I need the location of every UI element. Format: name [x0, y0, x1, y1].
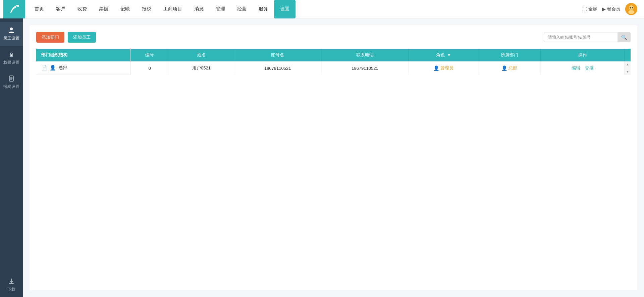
- dept-badge: 👤 总部: [501, 65, 517, 71]
- cell-role: 👤 管理员: [409, 61, 478, 75]
- svg-point-6: [10, 28, 13, 30]
- nav-fee[interactable]: 收费: [71, 0, 93, 18]
- scroll-up[interactable]: ▲: [626, 63, 629, 66]
- cell-account: 18679110521: [234, 61, 321, 75]
- role-label: 管理员: [440, 65, 453, 71]
- col-name: 姓名: [169, 49, 234, 61]
- add-dept-button[interactable]: 添加部门: [36, 32, 64, 43]
- col-role[interactable]: 角色 ▼: [409, 49, 478, 61]
- sidebar-item-permissions[interactable]: 权限设置: [0, 46, 23, 70]
- table-head: 编号 姓名 账号名 联系电话 角色 ▼ 所属部门 操作: [130, 49, 631, 61]
- table-body: 0 用户0521 18679110521 18679110521 👤 管理员: [130, 61, 631, 75]
- nav-invoice[interactable]: 票据: [93, 0, 114, 18]
- svg-point-3: [630, 7, 631, 8]
- fullscreen-btn[interactable]: ⛶ 全屏: [582, 6, 597, 12]
- scroll-arrows: ▲ ▼: [625, 61, 631, 75]
- toolbar: 添加部门 添加员工 🔍: [36, 32, 631, 43]
- sidebar-item-employee[interactable]: 员工设置: [0, 22, 23, 46]
- scroll-col-cell: ▲ ▼: [625, 61, 631, 75]
- nav-business[interactable]: 工商项目: [157, 0, 188, 18]
- sidebar-item-tax-settings[interactable]: 报税设置: [0, 70, 23, 94]
- sidebar-bottom: 下载: [0, 273, 23, 297]
- search-button[interactable]: 🔍: [618, 32, 631, 42]
- tree-item-label: 总部: [59, 65, 67, 71]
- nav-operation[interactable]: 经营: [231, 0, 253, 18]
- video-icon: ▶: [602, 6, 606, 12]
- right-panel: 编号 姓名 账号名 联系电话 角色 ▼ 所属部门 操作: [130, 49, 631, 75]
- logo: [3, 0, 25, 18]
- search-icon: 🔍: [621, 35, 627, 40]
- download-icon: [8, 278, 15, 285]
- main-layout: 员工设置 权限设置 报税设置: [0, 18, 644, 297]
- tree-item-root[interactable]: 📄 👤 总部: [36, 61, 130, 75]
- svg-point-5: [628, 10, 634, 14]
- nav-home[interactable]: 首页: [29, 0, 50, 18]
- add-staff-button[interactable]: 添加员工: [68, 32, 96, 43]
- sidebar-item-download[interactable]: 下载: [0, 273, 23, 297]
- search-input[interactable]: [544, 33, 618, 42]
- svg-point-8: [11, 55, 12, 56]
- nav-service[interactable]: 服务: [253, 0, 274, 18]
- lock-icon: [8, 51, 15, 58]
- cell-actions: 编辑 交接: [541, 61, 625, 75]
- report-icon: [8, 75, 15, 82]
- col-id: 编号: [130, 49, 169, 61]
- transfer-link[interactable]: 交接: [585, 65, 594, 70]
- cell-phone: 18679110521: [321, 61, 409, 75]
- col-role-label: 角色: [436, 52, 445, 57]
- col-account: 账号名: [234, 49, 321, 61]
- left-panel: 部门组织结构 📄 👤 总部: [36, 49, 130, 75]
- table-row: 0 用户0521 18679110521 18679110521 👤 管理员: [130, 61, 631, 75]
- cell-dept: 👤 总部: [478, 61, 541, 75]
- avatar[interactable]: [625, 3, 637, 15]
- col-phone: 联系电话: [321, 49, 409, 61]
- edit-link[interactable]: 编辑: [572, 65, 580, 70]
- vip-btn[interactable]: ▶ 畅会员: [602, 6, 620, 12]
- col-dept: 所属部门: [478, 49, 541, 61]
- dept-label: 总部: [508, 65, 517, 71]
- nav-settings[interactable]: 设置: [274, 0, 296, 18]
- person-tree-icon: 👤: [50, 65, 56, 71]
- content-inner: 添加部门 添加员工 🔍 部门组织结构 📄 👤 总部: [30, 25, 637, 290]
- scroll-col-header: [625, 49, 631, 61]
- scroll-down[interactable]: ▼: [626, 70, 629, 73]
- role-badge: 👤 管理员: [433, 65, 453, 71]
- doc-icon: 📄: [41, 65, 47, 70]
- col-action: 操作: [541, 49, 625, 61]
- nav-accounting[interactable]: 记账: [114, 0, 136, 18]
- sidebar-label-download: 下载: [7, 287, 15, 292]
- top-navigation: 首页 客户 收费 票据 记账 报税 工商项目 消息 管理 经营 服务 设置 ⛶ …: [0, 0, 644, 18]
- sidebar: 员工设置 权限设置 报税设置: [0, 18, 23, 297]
- sidebar-label-employee: 员工设置: [3, 36, 19, 41]
- svg-point-4: [632, 7, 633, 8]
- fullscreen-icon: ⛶: [582, 6, 587, 12]
- sidebar-label-tax-settings: 报税设置: [3, 84, 19, 90]
- sidebar-label-permissions: 权限设置: [3, 60, 19, 65]
- dept-person-icon: 👤: [501, 65, 507, 71]
- employee-table: 编号 姓名 账号名 联系电话 角色 ▼ 所属部门 操作: [130, 49, 631, 75]
- vip-label: 畅会员: [607, 6, 620, 12]
- cell-id: 0: [130, 61, 169, 75]
- nav-message[interactable]: 消息: [188, 0, 210, 18]
- nav-customer[interactable]: 客户: [50, 0, 71, 18]
- search-area: 🔍: [544, 32, 631, 42]
- nav-manage[interactable]: 管理: [210, 0, 231, 18]
- org-tree-header: 部门组织结构: [36, 49, 130, 61]
- fullscreen-label: 全屏: [588, 6, 597, 12]
- role-person-icon: 👤: [433, 65, 439, 71]
- cell-name: 用户0521: [169, 61, 234, 75]
- svg-point-0: [17, 5, 19, 7]
- nav-right-area: ⛶ 全屏 ▶ 畅会员: [582, 3, 644, 15]
- main-nav: 首页 客户 收费 票据 记账 报税 工商项目 消息 管理 经营 服务 设置: [25, 0, 582, 18]
- person-icon: [8, 27, 15, 34]
- table-header-row: 编号 姓名 账号名 联系电话 角色 ▼ 所属部门 操作: [130, 49, 631, 61]
- content-area: 添加部门 添加员工 🔍 部门组织结构 📄 👤 总部: [23, 18, 644, 297]
- nav-tax[interactable]: 报税: [136, 0, 157, 18]
- two-panel: 部门组织结构 📄 👤 总部 编号 姓名 账号名: [36, 49, 631, 75]
- filter-icon: ▼: [447, 53, 451, 57]
